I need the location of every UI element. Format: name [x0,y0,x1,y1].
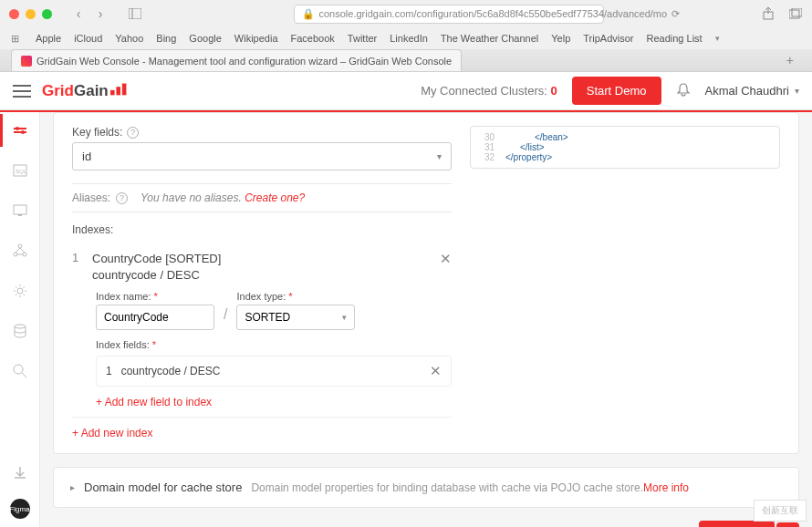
notifications-icon[interactable] [676,82,691,100]
browser-forward[interactable]: › [90,5,110,23]
bookmark-google[interactable]: Google [189,33,221,44]
tab-title: GridGain Web Console - Management tool a… [36,56,452,67]
reload-icon[interactable]: ⟳ [671,8,680,20]
bookmark-weather[interactable]: The Weather Channel [441,33,538,44]
svg-point-21 [14,365,23,374]
share-icon[interactable] [761,6,776,21]
rail-sql-icon[interactable]: SQL [11,161,29,180]
remove-index-button[interactable]: ✕ [440,251,452,267]
svg-point-18 [23,253,26,256]
svg-rect-15 [18,214,22,216]
bookmark-wikipedia[interactable]: Wikipedia [234,33,278,44]
help-icon[interactable]: ? [127,127,139,139]
svg-rect-5 [110,90,115,96]
user-name: Akmal Chaudhri [705,84,790,98]
rail-monitor-icon[interactable] [11,202,29,220]
index-fields-label: Index fields: [96,339,150,350]
window-traffic-lights[interactable] [9,9,52,19]
hamburger-menu[interactable] [13,85,31,98]
svg-line-22 [22,373,26,377]
index-item: 1 CountryCode [SORTED] countrycode / DES… [72,243,452,418]
aliases-label: Aliases: [72,191,110,204]
window-close[interactable] [9,9,19,19]
key-fields-value: id [82,150,91,163]
help-icon[interactable]: ? [116,192,128,204]
browser-url-bar[interactable]: 🔒 console.gridgain.com/configuration/5c6… [294,5,604,24]
chevron-down-icon: ▾ [795,86,799,96]
start-demo-button[interactable]: Start Demo [572,77,661,105]
rail-cluster-icon[interactable] [11,242,29,260]
svg-point-11 [21,130,25,134]
remove-index-field-button[interactable]: ✕ [430,363,442,379]
svg-rect-14 [14,205,26,214]
tabs-icon[interactable] [788,6,803,21]
chevron-down-icon[interactable]: ▾ [715,34,720,43]
indexes-label: Indexes: [72,223,452,236]
more-info-link[interactable]: More info [643,481,689,494]
logo-gain: Gain [74,82,109,100]
aliases-create-link[interactable]: Create one? [245,191,305,204]
bookmark-yahoo[interactable]: Yahoo [115,33,143,44]
save-dropdown-button[interactable]: ▾ [776,522,799,527]
tab-favicon [21,56,32,67]
window-maximize[interactable] [42,9,52,19]
domain-model-title: Domain model for cache store [84,480,242,494]
expand-toggle[interactable]: ▸ [70,482,75,492]
key-fields-label: Key fields: [72,126,122,139]
index-name-label: Index name: [96,291,151,302]
svg-text:SQL: SQL [16,169,27,174]
logo-grid: Grid [42,82,74,100]
index-type-select[interactable]: SORTED ▾ [236,305,355,330]
new-tab-button[interactable]: + [779,53,801,67]
clusters-label: My Connected Clusters: 0 [421,84,557,98]
clusters-count: 0 [551,84,557,98]
svg-point-20 [15,325,26,328]
svg-rect-4 [792,8,802,16]
browser-back[interactable]: ‹ [68,5,88,23]
aliases-empty-text: You have no aliases. [141,191,242,204]
index-type-label: Index type: [236,291,286,302]
rail-config-icon[interactable] [11,121,29,140]
cancel-button[interactable]: Cancel [630,521,688,527]
svg-point-10 [16,127,19,130]
bookmark-apple[interactable]: Apple [36,33,61,44]
index-title: CountryCode [SORTED] countrycode / DESC [92,251,431,284]
rail-database-icon[interactable] [11,322,29,340]
save-button[interactable]: ✓ Save [699,521,775,527]
bookmark-twitter[interactable]: Twitter [348,33,377,44]
lock-icon: 🔒 [302,8,315,20]
key-fields-select[interactable]: id ▾ [72,142,452,170]
bookmark-bing[interactable]: Bing [156,33,176,44]
bookmark-icloud[interactable]: iCloud [74,33,102,44]
user-menu[interactable]: Akmal Chaudhri ▾ [705,84,800,98]
svg-point-19 [17,288,23,294]
add-new-index-link[interactable]: + Add new index [72,427,152,439]
bookmark-linkedin[interactable]: LinkedIn [390,33,428,44]
browser-sidebar-toggle[interactable] [125,5,145,23]
apps-icon[interactable]: ⊞ [11,33,19,45]
gridgain-logo[interactable]: GridGain [42,81,130,100]
bookmark-readinglist[interactable]: Reading List [647,33,703,44]
domain-model-desc: Domain model properties for binding data… [251,481,689,494]
logo-bars-icon [110,81,130,96]
url-text: console.gridgain.com/configuration/5c6a8… [319,8,668,19]
figma-badge[interactable]: Figma [10,499,30,519]
rail-search-icon[interactable] [11,362,29,380]
svg-point-17 [14,253,17,256]
index-field-row: 1 countrycode / DESC ✕ [96,356,452,387]
code-preview: 30</bean> 31</list> 32</property> [470,126,780,169]
browser-tab[interactable]: GridGain Web Console - Management tool a… [11,49,462,71]
chevron-down-icon: ▾ [437,151,442,161]
add-field-to-index-link[interactable]: + Add new field to index [96,396,212,408]
index-name-input[interactable] [96,305,214,330]
svg-rect-3 [789,10,799,18]
svg-rect-0 [129,8,141,19]
index-number: 1 [72,251,83,264]
bookmark-tripadvisor[interactable]: TripAdvisor [583,33,633,44]
svg-rect-6 [116,87,120,95]
bookmark-yelp[interactable]: Yelp [551,33,570,44]
bookmark-facebook[interactable]: Facebook [291,33,335,44]
window-minimize[interactable] [26,9,36,19]
rail-download-icon[interactable] [11,464,29,482]
rail-settings-icon[interactable] [11,282,29,300]
